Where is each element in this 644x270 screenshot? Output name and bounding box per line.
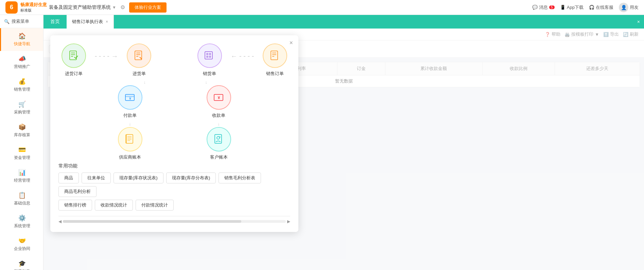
flow-diagram: 进货订单 - - - - → — [58, 43, 290, 160]
finance-icon: 💳 — [18, 146, 26, 154]
scroll-right-icon[interactable]: ▶ — [287, 219, 290, 224]
func-btn-stock-dist[interactable]: 现存量(库存分布表) — [166, 173, 216, 183]
system-name: 装备及固定资产辅助管理系统 — [49, 4, 111, 11]
svg-text:¥: ¥ — [217, 95, 220, 100]
arrow-purchase-to-bill: - - - - → — [95, 52, 118, 68]
func-btn-product-margin[interactable]: 商品毛利分析 — [58, 186, 97, 197]
guide-icon: 🎓 — [18, 260, 26, 267]
inventory-icon: 📦 — [18, 123, 26, 131]
app-container: 6 畅康通好生意 标准版 装备及固定资产辅助管理系统 ▼ ⚙ 体验行业方案 💬 … — [0, 0, 644, 270]
scroll-thumb[interactable] — [63, 220, 241, 223]
message-icon: 💬 — [532, 5, 538, 10]
scroll-track[interactable] — [63, 220, 286, 223]
content-area: 首页 销售订单执行表 × × ❓ 帮助 — [43, 15, 644, 270]
modal-overlay: × — [43, 29, 644, 270]
flow-node-supplier-ledger[interactable]: 供应商账本 — [118, 127, 142, 160]
topbar-right: 💬 消息 5 📱 App下载 🎧 在线客服 👤 用友 — [532, 3, 639, 12]
func-btn-stock-status[interactable]: 现存量(库存状况表) — [114, 173, 163, 183]
sidebar-item-finance[interactable]: 💳 资金管理 — [0, 142, 43, 165]
sidebar-item-sales[interactable]: 💰 销售管理 — [0, 74, 43, 96]
sales-bill-icon — [197, 43, 222, 68]
system-area: 装备及固定资产辅助管理系统 ▼ ⚙ 体验行业方案 — [49, 2, 532, 13]
func-buttons-row1: 商品 往来单位 现存量(库存状况表) 现存量(库存分布表) 销售毛利分析表 商品… — [58, 173, 290, 197]
svg-text:¥: ¥ — [129, 97, 131, 101]
svg-rect-13 — [271, 51, 278, 60]
modal-dialog: × — [50, 35, 298, 232]
svg-rect-22 — [126, 134, 133, 143]
func-btn-sales-margin[interactable]: 销售毛利分析表 — [219, 173, 261, 183]
flow-node-receipt-bill[interactable]: ¥ 收款单 — [207, 85, 231, 119]
func-buttons-row2: 销售排行榜 收款情况统计 付款情况统计 — [58, 200, 290, 211]
marketing-icon: 📣 — [18, 55, 26, 62]
message-badge: 5 — [549, 5, 555, 9]
logo-area: 6 畅康通好生意 标准版 — [5, 1, 49, 14]
scroll-left-icon[interactable]: ◀ — [58, 219, 62, 224]
user-area[interactable]: 👤 用友 — [619, 3, 639, 12]
flow-node-payment-bill[interactable]: ¥ 付款单 — [118, 85, 142, 119]
func-btn-partner[interactable]: 往来单位 — [82, 173, 111, 183]
search-icon: 🔍 — [4, 19, 10, 24]
func-btn-receipt-stat[interactable]: 收款情况统计 — [95, 200, 133, 211]
flow-node-sales-order[interactable]: 销售订单 — [263, 43, 287, 77]
system-icon: ⚙️ — [18, 214, 26, 222]
horizontal-scrollbar: ◀ ▶ — [58, 216, 290, 224]
sidebar-item-guide[interactable]: 🎓 新手引导 — [0, 256, 43, 270]
trial-button[interactable]: 体验行业方案 — [129, 2, 167, 13]
svg-rect-12 — [209, 56, 211, 58]
headset-icon: 🎧 — [589, 5, 594, 10]
avatar: 👤 — [619, 3, 628, 12]
sidebar-item-basic-info[interactable]: 📋 基础信息 — [0, 187, 43, 210]
svg-rect-8 — [205, 52, 212, 59]
purchase-icon: 🛒 — [18, 101, 26, 108]
logo-icon: 6 — [5, 1, 18, 14]
close-all-tabs-icon[interactable]: × — [637, 19, 640, 24]
func-btn-product[interactable]: 商品 — [58, 173, 79, 183]
main-area: 🔍 搜索菜单 🏠 快捷导航 📣 营销推广 💰 销售管理 🛒 采购管理 📦 — [0, 15, 644, 270]
tab-bar-right: × — [637, 19, 644, 24]
purchase-bill-icon — [127, 43, 151, 68]
flow-node-purchase-bill[interactable]: 进货单 — [127, 43, 151, 77]
arrow-sales-order-to-bill: ← - - - - — [231, 52, 254, 68]
tab-home[interactable]: 首页 — [43, 15, 67, 29]
flow-node-customer-ledger[interactable]: 客户账本 — [207, 127, 231, 160]
purchase-order-icon — [62, 43, 86, 68]
func-btn-sales-rank[interactable]: 销售排行榜 — [58, 200, 92, 211]
online-service-button[interactable]: 🎧 在线客服 — [589, 4, 613, 11]
func-btn-payment-stat[interactable]: 付款情况统计 — [136, 200, 174, 211]
sidebar-item-marketing[interactable]: 📣 营销推广 — [0, 51, 43, 74]
message-button[interactable]: 💬 消息 5 — [532, 4, 555, 11]
sidebar-item-system[interactable]: ⚙️ 系统管理 — [0, 210, 43, 233]
system-dropdown-icon[interactable]: ▼ — [112, 5, 116, 10]
flow-mid-row: ¥ 付款单 — [58, 85, 290, 119]
sidebar-item-cooperation[interactable]: 🤝 企业协同 — [0, 233, 43, 256]
common-functions: 常用功能 商品 往来单位 现存量(库存状况表) 现存量(库存分布表) 销售毛利分… — [58, 163, 290, 211]
sidebar-item-inventory[interactable]: 📦 库存核算 — [0, 119, 43, 142]
tab-bar: 首页 销售订单执行表 × × — [43, 15, 644, 29]
app-download-button[interactable]: 📱 App下载 — [560, 4, 584, 11]
svg-rect-11 — [206, 56, 208, 58]
sidebar: 🔍 搜索菜单 🏠 快捷导航 📣 营销推广 💰 销售管理 🛒 采购管理 📦 — [0, 15, 43, 270]
flow-node-purchase-order[interactable]: 进货订单 — [62, 43, 86, 77]
flow-top-row: 进货订单 - - - - → — [58, 43, 290, 77]
svg-rect-27 — [125, 134, 127, 143]
search-menu-button[interactable]: 🔍 搜索菜单 — [0, 15, 43, 28]
sidebar-item-quick-nav[interactable]: 🏠 快捷导航 — [0, 28, 43, 51]
sidebar-item-purchase[interactable]: 🛒 采购管理 — [0, 96, 43, 119]
svg-rect-9 — [206, 53, 208, 55]
basic-info-icon: 📋 — [18, 192, 26, 199]
settings-icon[interactable]: ⚙ — [120, 4, 125, 11]
svg-rect-28 — [215, 134, 222, 143]
tab-close-icon[interactable]: × — [106, 19, 108, 24]
tab-sales-order[interactable]: 销售订单执行表 × — [67, 15, 114, 29]
svg-rect-10 — [209, 53, 211, 55]
sales-icon: 💰 — [18, 78, 26, 85]
sales-order-icon — [263, 43, 287, 68]
flow-bot-row: 供应商账本 — [58, 127, 290, 160]
phone-icon: 📱 — [560, 5, 565, 10]
topbar: 6 畅康通好生意 标准版 装备及固定资产辅助管理系统 ▼ ⚙ 体验行业方案 💬 … — [0, 0, 644, 15]
sidebar-item-operations[interactable]: 📊 经营管理 — [0, 165, 43, 187]
common-funcs-title: 常用功能 — [58, 163, 290, 169]
flow-node-sales-bill[interactable]: 销货单 — [197, 43, 222, 77]
cooperation-icon: 🤝 — [18, 237, 26, 245]
home-icon: 🏠 — [18, 32, 26, 40]
